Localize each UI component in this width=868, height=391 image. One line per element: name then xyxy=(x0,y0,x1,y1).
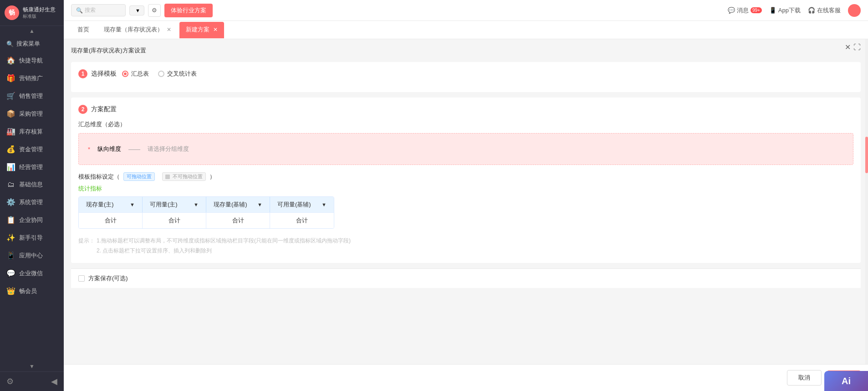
sidebar-item-contract[interactable]: 📋 企业协同 xyxy=(0,211,64,229)
sidebar-item-wechat[interactable]: 💬 企业微信 xyxy=(0,264,64,282)
tip-text-1: 2. 点击标题栏下拉可设置排序、插入列和删除列 xyxy=(97,246,212,256)
stats-header-col-2[interactable]: 现存量(基辅) ▼ xyxy=(206,197,270,212)
dimension-label: 汇总维度（必选） xyxy=(78,120,853,129)
app-download-button[interactable]: 📱 App下载 xyxy=(769,6,801,15)
sidebar-item-newbie[interactable]: ✨ 新手引导 xyxy=(0,229,64,247)
stats-header-col-3[interactable]: 可用量(基辅) ▼ xyxy=(270,197,334,212)
page-setting-title: 现存量(库存状况表)方案设置 xyxy=(71,46,861,55)
step2-badge: 2 xyxy=(78,105,87,114)
tag-fixed: 不可拖动位置 xyxy=(162,172,206,181)
expand-panel-button[interactable]: ⛶ xyxy=(853,43,861,51)
sidebar-scroll-up[interactable]: ▲ xyxy=(0,26,64,36)
tab-inventory-label: 现存量（库存状况表） xyxy=(104,26,163,34)
sidebar-scroll-down[interactable]: ▼ xyxy=(0,361,64,371)
topbar-gear-button[interactable]: ⚙ xyxy=(148,4,161,17)
sidebar-item-search[interactable]: 🔍 搜索菜单 xyxy=(0,36,64,51)
col0-label: 现存量(主) xyxy=(86,201,114,209)
stats-section-title: 统计指标 xyxy=(78,185,853,193)
separator: —— xyxy=(128,146,140,153)
tip-prefix-0: 提示： xyxy=(78,236,95,246)
radio-crosstab-label: 交叉统计表 xyxy=(167,70,197,78)
box-icon: 📦 xyxy=(6,109,15,118)
ai-badge[interactable]: Ai xyxy=(824,371,868,391)
scrollbar-thumb xyxy=(865,137,868,173)
tab-new-plan[interactable]: 新建方案 ✕ xyxy=(179,22,224,38)
sidebar-item-marketing-label: 营销推广 xyxy=(19,74,43,82)
star-icon: ✨ xyxy=(6,233,15,242)
panel-controls: ✕ ⛶ xyxy=(837,39,868,55)
stats-cell-0-0: 合计 xyxy=(79,213,143,228)
stats-header-col-1[interactable]: 可用量(主) ▼ xyxy=(143,197,206,212)
radio-summary[interactable]: 汇总表 xyxy=(122,70,149,78)
sidebar-item-appstore[interactable]: 📱 应用中心 xyxy=(0,247,64,264)
tab-inventory[interactable]: 现存量（库存状况表） ✕ xyxy=(97,22,178,38)
save-label: 方案保存(可选) xyxy=(88,274,128,283)
stats-row-0: 合计 合计 合计 合计 xyxy=(79,212,334,228)
sidebar-item-inventory[interactable]: 🏭 库存核算 xyxy=(0,123,64,140)
sidebar-item-marketing[interactable]: 🎁 营销推广 xyxy=(0,69,64,87)
message-icon: 💬 xyxy=(728,7,735,14)
folder-icon: 🗂 xyxy=(6,180,15,189)
tips-box: 提示： 1.拖动标题栏可以调整布局，不可跨维度或指标区域拖动栏目字段(只能在同一… xyxy=(78,236,853,256)
step2-title: 方案配置 xyxy=(91,105,117,113)
indicator-setting-label: 模板指标设定（ 可拖动位置 不可拖动位置 ） xyxy=(78,172,853,181)
sidebar-item-sales[interactable]: 🛒 销售管理 xyxy=(0,87,64,105)
content-area: ✕ ⛶ 现存量(库存状况表)方案设置 1 选择模板 汇总表 交叉统计表 xyxy=(64,39,868,364)
stats-header-col-0[interactable]: 现存量(主) ▼ xyxy=(79,197,143,212)
sidebar-item-operations[interactable]: 📊 经营管理 xyxy=(0,158,64,176)
message-button[interactable]: 💬 消息 99+ xyxy=(728,6,762,15)
stats-header: 现存量(主) ▼ 可用量(主) ▼ 现存量(基辅) ▼ 可用量(基辅) xyxy=(79,197,334,212)
topbar-left: 🔍 搜索 ▼ ⚙ 体验行业方案 xyxy=(71,4,722,17)
app-edition: 标准版 xyxy=(23,13,56,20)
sidebar-item-purchase[interactable]: 📦 采购管理 xyxy=(0,105,64,123)
topbar-search-box[interactable]: 🔍 搜索 xyxy=(71,4,126,16)
tip-text-0: 1.拖动标题栏可以调整布局，不可跨维度或指标区域拖动栏目字段(只能在同一维度或指… xyxy=(97,236,351,246)
tab-new-plan-label: 新建方案 xyxy=(186,26,209,34)
sidebar-item-member[interactable]: 👑 畅会员 xyxy=(0,282,64,300)
tab-home[interactable]: 首页 xyxy=(71,22,96,38)
cancel-button[interactable]: 取消 xyxy=(787,370,822,386)
tip-spacer xyxy=(78,246,95,256)
sidebar-item-finance[interactable]: 💰 资金管理 xyxy=(0,140,64,158)
tip-1: 2. 点击标题栏下拉可设置排序、插入列和删除列 xyxy=(78,246,853,256)
tab-new-plan-close[interactable]: ✕ xyxy=(213,26,218,33)
topbar-dropdown[interactable]: ▼ xyxy=(129,5,144,15)
col2-label: 现存量(基辅) xyxy=(214,201,247,209)
experience-button[interactable]: 体验行业方案 xyxy=(164,4,213,17)
col1-chevron: ▼ xyxy=(194,202,199,207)
footer: 取消 查询 xyxy=(64,364,868,391)
sidebar-collapse-icon[interactable]: ◀ xyxy=(51,376,57,386)
mobile-icon: 📱 xyxy=(6,251,15,260)
search-icon: 🔍 xyxy=(6,41,14,47)
tab-inventory-close[interactable]: ✕ xyxy=(167,26,171,33)
message-label: 消息 xyxy=(737,6,749,15)
chat-icon: 💬 xyxy=(6,269,15,278)
sidebar-item-system[interactable]: ⚙️ 系统管理 xyxy=(0,193,64,211)
headset-icon: 🎧 xyxy=(808,7,815,14)
save-row: 方案保存(可选) xyxy=(71,268,861,288)
topbar-right: 💬 消息 99+ 📱 App下载 🎧 在线客服 xyxy=(728,4,861,17)
radio-crosstab[interactable]: 交叉统计表 xyxy=(158,70,197,78)
sidebar-logo: 畅 畅康通好生意 标准版 xyxy=(0,0,64,26)
app-download-label: App下载 xyxy=(778,6,801,15)
gift-icon: 🎁 xyxy=(6,74,15,82)
sidebar-item-contract-label: 企业协同 xyxy=(19,216,43,224)
step1-title: 选择模板 xyxy=(91,70,117,78)
indicator-suffix: ） xyxy=(209,173,215,181)
close-panel-button[interactable]: ✕ xyxy=(845,43,851,51)
user-avatar[interactable] xyxy=(848,4,861,17)
save-checkbox[interactable] xyxy=(78,275,85,282)
required-mark: * xyxy=(88,146,90,153)
online-service-button[interactable]: 🎧 在线客服 xyxy=(808,6,841,15)
sidebar-item-inventory-label: 库存核算 xyxy=(19,128,43,136)
gear-icon: ⚙ xyxy=(152,7,157,14)
settings-icon[interactable]: ⚙ xyxy=(6,376,14,386)
right-scrollbar[interactable] xyxy=(865,39,868,364)
sidebar-item-base[interactable]: 🗂 基础信息 xyxy=(0,176,64,193)
sidebar-item-quicknav[interactable]: 🏠 快捷导航 xyxy=(0,51,64,69)
dimension-box[interactable]: * 纵向维度 —— 请选择分组维度 xyxy=(78,133,853,165)
col0-chevron: ▼ xyxy=(130,202,135,207)
topbar: 🔍 搜索 ▼ ⚙ 体验行业方案 💬 消息 99+ 📱 App下载 xyxy=(64,0,868,21)
tag-movable: 可拖动位置 xyxy=(123,172,155,181)
stats-table: 现存量(主) ▼ 可用量(主) ▼ 现存量(基辅) ▼ 可用量(基辅) xyxy=(78,196,334,229)
